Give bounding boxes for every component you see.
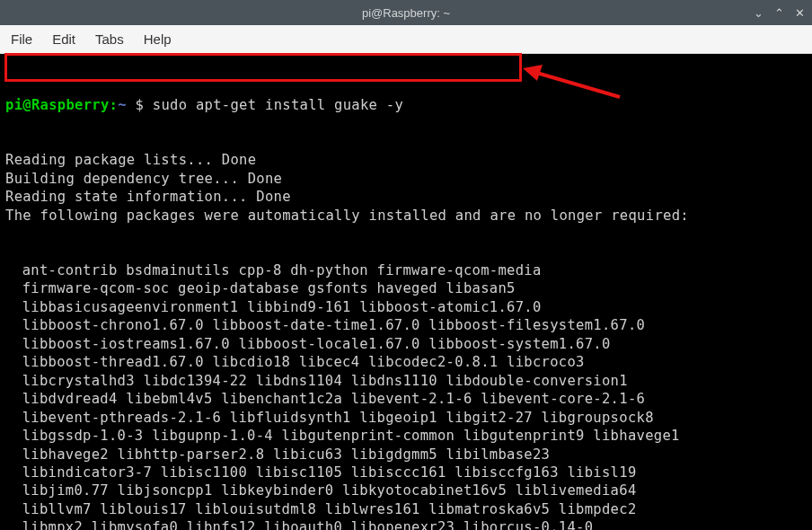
menu-tabs[interactable]: Tabs	[95, 31, 124, 47]
window-controls: ⌄ ⌃ ✕	[754, 6, 805, 20]
package-line: libjim0.77 libjsoncpp1 libkeybinder0 lib…	[5, 481, 807, 499]
close-icon[interactable]: ✕	[795, 6, 805, 20]
package-line: libgssdp-1.0-3 libgupnp-1.0-4 libgutenpr…	[5, 427, 807, 445]
package-line: ant-contrib bsdmainutils cpp-8 dh-python…	[5, 261, 807, 279]
prompt-sep: :	[110, 97, 119, 113]
package-line: libevent-pthreads-2.1-6 libfluidsynth1 l…	[5, 409, 807, 427]
output-line: Reading package lists... Done	[5, 151, 807, 169]
minimize-icon[interactable]: ⌄	[754, 6, 763, 20]
package-line: libboost-iostreams1.67.0 libboost-locale…	[5, 335, 807, 353]
package-line: libindicator3-7 libisc1100 libisc1105 li…	[5, 464, 807, 481]
prompt-user: pi@Raspberry	[5, 97, 110, 113]
prompt-path: ~	[118, 97, 127, 113]
terminal-output[interactable]: pi@Raspberry:~ $ sudo apt-get install gu…	[0, 54, 812, 530]
package-line: libllvm7 liblouis17 liblouisutdml8 liblw…	[5, 500, 807, 518]
menubar: File Edit Tabs Help	[0, 25, 812, 54]
package-line: libhavege2 libhttp-parser2.8 libicu63 li…	[5, 446, 807, 464]
window-titlebar: pi@Raspberry: ~ ⌄ ⌃ ✕	[0, 0, 812, 25]
package-line: libbasicusageenvironment1 libbind9-161 l…	[5, 298, 807, 316]
package-line: libboost-chrono1.67.0 libboost-date-time…	[5, 316, 807, 334]
maximize-icon[interactable]: ⌃	[774, 6, 784, 20]
window-title: pi@Raspberry: ~	[362, 6, 450, 20]
package-line: libboost-thread1.67.0 libcdio18 libcec4 …	[5, 353, 807, 371]
menu-file[interactable]: File	[11, 31, 32, 47]
package-line: libmpx2 libmysofa0 libnfs12 liboauth0 li…	[5, 518, 807, 530]
package-line: firmware-qcom-soc geoip-database gsfonts…	[5, 279, 807, 297]
package-line: libdvdread4 libebml4v5 libenchant1c2a li…	[5, 390, 807, 408]
menu-edit[interactable]: Edit	[52, 31, 75, 47]
output-line: Reading state information... Done	[5, 188, 807, 206]
menu-help[interactable]: Help	[144, 31, 172, 47]
output-line: The following packages were automaticall…	[5, 207, 807, 225]
package-line: libcrystalhd3 libdc1394-22 libdns1104 li…	[5, 372, 807, 390]
prompt-dollar: $	[127, 97, 153, 113]
output-line: Building dependency tree... Done	[5, 170, 807, 188]
command-text: sudo apt-get install guake -y	[153, 97, 403, 113]
prompt-line: pi@Raspberry:~ $ sudo apt-get install gu…	[5, 96, 807, 114]
